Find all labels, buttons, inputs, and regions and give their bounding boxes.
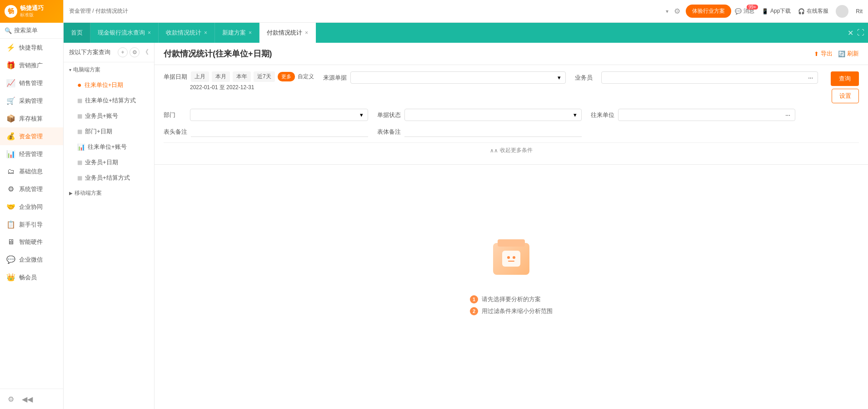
sidebar-item-label: 智能硬件 xyxy=(19,238,43,246)
username[interactable]: Rit xyxy=(856,8,863,15)
headset-icon: 🎧 xyxy=(798,8,805,15)
close-receipt-tab[interactable]: × xyxy=(204,30,207,36)
app-download-btn[interactable]: 📱 App下载 xyxy=(762,7,791,15)
select-dots: ··· xyxy=(785,111,790,118)
scheme-label: 业务员+日期 xyxy=(85,158,118,167)
collapse-sidebar-btn[interactable]: ◀◀ xyxy=(21,393,34,405)
sidebar-search[interactable]: 🔍 搜索菜单 xyxy=(0,23,63,39)
close-cash-tab[interactable]: × xyxy=(148,30,151,36)
select-arrow: ▾ xyxy=(360,111,363,118)
scheme-item-staff-account[interactable]: ▦ 业务员+账号 xyxy=(64,108,154,124)
sidebar-item-sales[interactable]: 📈 销售管理 xyxy=(0,74,63,92)
scheme-header-actions: + ⚙ xyxy=(118,47,140,57)
date-range: 2022-01-01 至 2022-12-31 xyxy=(190,84,254,91)
fullscreen-btn[interactable]: ⛶ xyxy=(857,29,864,37)
sidebar-nav: ⚡ 快捷导航 🎁 营销推广 📈 销售管理 🛒 采购管理 📦 库存核算 💰 资金管… xyxy=(0,39,63,389)
date-custom[interactable]: 自定义 xyxy=(298,73,314,81)
sidebar-item-inventory[interactable]: 📦 库存核算 xyxy=(0,110,63,127)
tab-home[interactable]: 首页 xyxy=(64,23,90,43)
tab-new[interactable]: 新建方案 × xyxy=(215,23,259,43)
mobile-scheme-category[interactable]: ▶ 移动端方案 xyxy=(64,186,154,201)
date-this-month[interactable]: 本月 xyxy=(212,71,230,82)
query-btn[interactable]: 查询 xyxy=(831,71,859,86)
tabbar-controls: ✕ ⛶ xyxy=(844,23,868,43)
scheme-item-partner-date[interactable]: ● 往来单位+日期 xyxy=(64,77,154,93)
sidebar-item-guide[interactable]: 📋 新手引导 xyxy=(0,216,63,233)
collapse-filter-btn[interactable]: ∧∧ 收起更多条件 xyxy=(164,142,859,158)
scheme-item-staff-date[interactable]: ▦ 业务员+日期 xyxy=(64,155,154,170)
sidebar-item-label: 企业微信 xyxy=(19,256,43,264)
scheme-item-dept-date[interactable]: ▦ 部门+日期 xyxy=(64,124,154,139)
collapse-scheme-btn[interactable]: 《 xyxy=(142,48,149,56)
scheme-item-partner-settle[interactable]: ▦ 往来单位+结算方式 xyxy=(64,93,154,108)
sidebar-item-member[interactable]: 👑 畅会员 xyxy=(0,268,63,286)
source-select[interactable]: ▾ xyxy=(350,71,566,84)
service-btn[interactable]: 🎧 在线客服 xyxy=(798,7,828,15)
staff-filter-item: 业务员 ··· xyxy=(575,71,818,84)
message-btn[interactable]: 💬 消息 99+ xyxy=(735,7,754,15)
tab-cash[interactable]: 现金银行流水查询 × xyxy=(90,23,159,43)
sidebar-item-finance[interactable]: 💰 资金管理 xyxy=(0,127,63,145)
message-icon: 💬 xyxy=(735,8,742,15)
msg-badge: 99+ xyxy=(747,5,758,10)
date-more[interactable]: 更多 xyxy=(278,72,295,81)
member-icon: 👑 xyxy=(6,273,15,282)
date-this-year[interactable]: 本年 xyxy=(233,71,251,82)
tab-payment[interactable]: 付款情况统计 × xyxy=(259,23,316,43)
sidebar-item-quick[interactable]: ⚡ 快捷导航 xyxy=(0,39,63,56)
empty-icon xyxy=(484,232,539,286)
page-header-actions: ⬆ 导出 🔄 刷新 xyxy=(814,50,859,58)
avatar[interactable] xyxy=(836,5,848,18)
trial-btn[interactable]: 体验行业方案 xyxy=(686,5,731,18)
sidebar-item-marketing[interactable]: 🎁 营销推广 xyxy=(0,56,63,74)
partner-select[interactable]: ··· xyxy=(618,109,795,121)
sidebar-item-wechat[interactable]: 💬 企业微信 xyxy=(0,251,63,268)
close-new-tab[interactable]: × xyxy=(249,30,252,36)
sidebar-item-basic[interactable]: 🗂 基础信息 xyxy=(0,163,63,180)
sidebar-item-system[interactable]: ⚙ 系统管理 xyxy=(0,180,63,198)
manage-scheme-btn[interactable]: ⚙ xyxy=(130,47,140,57)
inventory-icon: 📦 xyxy=(6,114,15,123)
date-filter-item: 单据日期 上月 本月 本年 近7天 更多 自定义 2022-01-0 xyxy=(164,71,314,91)
breadcrumb-arrow[interactable]: ▾ xyxy=(666,8,668,15)
settings-btn[interactable]: 设置 xyxy=(832,89,859,103)
operation-icon: 📊 xyxy=(6,150,15,158)
body-remark-input[interactable] xyxy=(404,126,582,137)
sidebar-item-purchase[interactable]: 🛒 采购管理 xyxy=(0,92,63,110)
category-arrow: ▶ xyxy=(69,191,73,196)
cash-tab-label: 现金银行流水查询 xyxy=(98,29,145,37)
sidebar-item-hardware[interactable]: 🖥 智能硬件 xyxy=(0,233,63,251)
topbar-settings-icon[interactable]: ⚙ xyxy=(672,5,682,17)
date-last-month[interactable]: 上月 xyxy=(191,71,209,82)
dept-select[interactable]: ▾ xyxy=(190,109,368,121)
pc-scheme-category[interactable]: ▾ 电脑端方案 xyxy=(64,62,154,77)
header-remark-input[interactable] xyxy=(191,126,368,137)
scheme-label: 业务员+结算方式 xyxy=(85,174,130,182)
sales-icon: 📈 xyxy=(6,79,15,87)
close-all-tabs-btn[interactable]: ✕ xyxy=(848,29,853,37)
scheme-item-staff-settle[interactable]: ▦ 业务员+结算方式 xyxy=(64,170,154,186)
partner-filter-item: 往来单位 ··· xyxy=(591,109,795,121)
voucher-status-select[interactable]: ▾ xyxy=(404,109,582,121)
filter-row-3: 表头备注 表体备注 xyxy=(164,126,859,137)
staff-select[interactable]: ··· xyxy=(601,71,818,84)
empty-hint-2: 2 用过滤条件来缩小分析范围 xyxy=(470,307,553,315)
tab-receipt[interactable]: 收款情况统计 × xyxy=(159,23,215,43)
settings-footer-btn[interactable]: ⚙ xyxy=(5,393,17,405)
refresh-btn[interactable]: 🔄 刷新 xyxy=(838,50,859,58)
sidebar-item-operation[interactable]: 📊 经营管理 xyxy=(0,145,63,163)
scheme-item-partner-account[interactable]: 📊 往来单位+账号 xyxy=(64,139,154,155)
sidebar-item-collab[interactable]: 🤝 企业协同 xyxy=(0,198,63,216)
close-payment-tab[interactable]: × xyxy=(305,30,308,36)
export-btn[interactable]: ⬆ 导出 xyxy=(814,50,833,58)
logo-text: 畅捷通巧 xyxy=(20,5,44,12)
topbar: 资金管理 / 付款情况统计 ▾ ⚙ 体验行业方案 💬 消息 99+ 📱 App下… xyxy=(64,0,868,23)
sidebar-item-label: 营销推广 xyxy=(19,61,43,70)
add-scheme-btn[interactable]: + xyxy=(118,47,128,57)
empty-state: 1 请先选择要分析的方案 2 用过滤条件来缩小分析范围 xyxy=(155,165,868,409)
date-last-7-days[interactable]: 近7天 xyxy=(254,71,275,82)
header-remark-item: 表头备注 xyxy=(164,126,368,137)
dept-filter-item: 部门 ▾ xyxy=(164,109,368,121)
source-filter-item: 来源单据 ▾ xyxy=(323,71,566,84)
page-title: 付款情况统计(往来单位+日期) xyxy=(164,48,272,59)
